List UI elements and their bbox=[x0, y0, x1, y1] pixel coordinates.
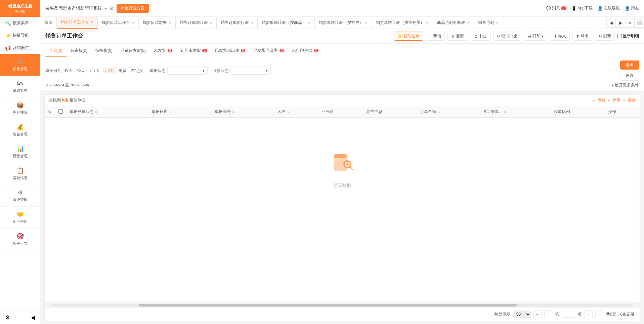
date-option-custom[interactable]: 自定义 bbox=[130, 67, 144, 74]
cancel-review-btn[interactable]: 弃审 bbox=[612, 97, 620, 103]
tab-cash-daily-close[interactable]: ✕ bbox=[132, 21, 134, 25]
sidebar-item-basic-info[interactable]: 📋 基础信息 bbox=[0, 163, 40, 185]
payment-select[interactable]: ▾ bbox=[230, 67, 271, 75]
import-btn[interactable]: ⬇ 导入 bbox=[550, 32, 570, 41]
tab-gross-margin[interactable]: 商品毛利分析表 ✕ bbox=[433, 17, 474, 29]
tab-sales-stats[interactable]: 销售订单统计表 ✕ bbox=[176, 17, 217, 29]
tab-sales-stats-close[interactable]: ✕ bbox=[210, 21, 212, 25]
date-option-yesterday[interactable]: 昨天 bbox=[63, 67, 74, 74]
sidebar-item-search[interactable]: 🔍 搜索菜单 bbox=[0, 17, 40, 29]
tab-cash-reconcile[interactable]: 钱货日清对账 ✕ bbox=[139, 17, 176, 29]
tab-cash-daily[interactable]: 钱货日清工作台 ✕ bbox=[98, 17, 139, 29]
system-dropdown[interactable]: ▾ bbox=[105, 6, 107, 11]
tab-close-all-btn[interactable]: ✕ bbox=[625, 18, 635, 28]
sidebar-item-purchase[interactable]: 🛍 采购管理 bbox=[0, 76, 40, 97]
filter-tab-wangpu-label: 旺铺待发货(0) bbox=[121, 48, 146, 53]
refresh-btn[interactable]: ↻ 刷新 bbox=[595, 32, 615, 41]
date-option-1month[interactable]: 近1月 bbox=[103, 67, 116, 74]
tab-sales-workbench[interactable]: 销售订单工作台 ✕ bbox=[57, 17, 98, 29]
tab-sales-exec-close[interactable]: ✕ bbox=[251, 21, 253, 25]
filter-tab-shipped-stored[interactable]: 已发货已出库 0 bbox=[249, 44, 288, 57]
sort-received-icon[interactable]: ⇅ bbox=[504, 110, 506, 114]
sort-number-icon[interactable]: ⇅ bbox=[232, 110, 234, 114]
sidebar-item-operations[interactable]: 📊 经营管理 bbox=[0, 141, 40, 163]
sidebar-item-quicknav[interactable]: ⚡ 快捷导航 bbox=[0, 29, 40, 42]
online-service-item[interactable]: 👤 在线客服 bbox=[598, 5, 620, 11]
export-btn[interactable]: ⬆ 导出 bbox=[572, 32, 592, 41]
add-btn[interactable]: + 新增 bbox=[426, 32, 445, 41]
tab-prev-btn[interactable]: ◀ bbox=[606, 18, 616, 28]
sidebar-item-system[interactable]: ⚙ 系统管理 bbox=[0, 185, 40, 207]
sidebar-item-finance[interactable]: 💰 资金管理 bbox=[0, 119, 40, 141]
ship-btn[interactable]: 发货 bbox=[628, 97, 636, 103]
page-first-btn[interactable]: « bbox=[533, 310, 542, 318]
user-item[interactable]: 👤 用友 bbox=[625, 5, 639, 11]
filter-tab-not-printed[interactable]: 未打印单据 0 bbox=[288, 44, 323, 57]
tab-gross-margin-close[interactable]: ✕ bbox=[467, 21, 470, 25]
page-next-btn[interactable]: › bbox=[585, 310, 593, 318]
gear-icon[interactable]: ⚙ bbox=[48, 110, 52, 114]
settings-btn[interactable]: 设置 bbox=[620, 71, 639, 81]
tab-sales-employee-close[interactable]: ✕ bbox=[426, 21, 429, 25]
status-select[interactable]: ▾ bbox=[167, 67, 208, 75]
settings-gear-icon[interactable]: ⚙ bbox=[110, 6, 114, 11]
delete-btn[interactable]: 🗑 删除 bbox=[447, 32, 468, 41]
message-item[interactable]: 💬 消息 6 bbox=[546, 5, 566, 11]
th-customer-label: 客户 bbox=[277, 109, 286, 114]
print-btn[interactable]: 🖨 打印 ▾ bbox=[524, 32, 547, 41]
review-btn[interactable]: 审核 bbox=[597, 97, 605, 103]
tab-sales-product-close[interactable]: ✕ bbox=[308, 21, 310, 25]
filter-tab-not-shipped[interactable]: 未发货 0 bbox=[150, 44, 176, 57]
query-btn[interactable]: 查询 bbox=[620, 60, 639, 70]
tab-sales-workbench-close[interactable]: ✕ bbox=[91, 21, 93, 24]
date-option-7days[interactable]: 近7天 bbox=[88, 67, 101, 74]
stop-btn[interactable]: ⊘ 中止 bbox=[471, 32, 490, 41]
tab-home[interactable]: 首页 bbox=[40, 17, 57, 29]
table-scroll[interactable]: ⚙ 单据整体状态 ⇅ 单据日期 ⇅ bbox=[45, 106, 640, 302]
tab-sales-gross-close[interactable]: ✕ bbox=[496, 21, 499, 25]
logo-text: 畅捷通好生意 bbox=[8, 3, 32, 9]
tab-sales-customer-close[interactable]: ✕ bbox=[365, 21, 368, 25]
import-icon: ⬇ bbox=[554, 34, 557, 39]
app-download-item[interactable]: 📱 App下载 bbox=[571, 5, 593, 11]
sort-customer-icon[interactable]: ⇅ bbox=[287, 110, 290, 114]
page-last-btn[interactable]: » bbox=[595, 310, 603, 318]
sidebar-item-cooperation[interactable]: 🤝 企业协同 bbox=[0, 207, 40, 229]
sidebar-item-guide[interactable]: 🎯 新手引导 bbox=[0, 229, 40, 250]
tab-sales-customer[interactable]: 销货单统计表（按客户） ✕ bbox=[315, 17, 372, 29]
smart-btn[interactable]: ⭐ 智能生单 bbox=[394, 32, 423, 41]
filter-tab-pending-check[interactable]: 待拣货(0) bbox=[91, 44, 117, 57]
filter-tab-shipped-not-stored[interactable]: 已发货未出库 0 bbox=[211, 44, 250, 57]
date-option-more[interactable]: 更多 bbox=[117, 67, 128, 74]
tab-maximize-btn[interactable]: ⬜ bbox=[635, 18, 644, 28]
settings-icon[interactable]: ⚙ bbox=[5, 314, 10, 321]
sidebar-item-inventory[interactable]: 📦 库存核算 bbox=[0, 97, 40, 119]
industry-btn[interactable]: 体验行业方案 bbox=[117, 4, 149, 13]
sort-date-icon[interactable]: ⇅ bbox=[169, 110, 172, 114]
search-row-1: 单据日期 昨天 今天 近7天 近1月 更多 自定义 单据状态 ▾ bbox=[45, 60, 639, 81]
tab-sales-employee[interactable]: 销货单统计表（按业务员） ✕ bbox=[372, 17, 433, 29]
date-option-today[interactable]: 今天 bbox=[76, 67, 86, 74]
sort-amount-icon[interactable]: ⇅ bbox=[437, 110, 440, 114]
collapse-icon[interactable]: ◀ bbox=[31, 314, 35, 321]
tab-sales-product[interactable]: 销货单统计表（按商品） ✕ bbox=[258, 17, 315, 29]
select-all-checkbox[interactable] bbox=[58, 109, 63, 114]
cancel-stop-btn[interactable]: ↺ 取消中止 bbox=[493, 32, 521, 41]
show-detail-checkbox[interactable] bbox=[617, 34, 622, 38]
page-input[interactable]: 1 bbox=[562, 311, 575, 318]
sort-status-icon[interactable]: ⇅ bbox=[95, 110, 97, 114]
page-size-select[interactable]: 50 100 200 bbox=[513, 311, 531, 318]
filter-tab-wangpu[interactable]: 旺铺待发货(0) bbox=[117, 44, 150, 57]
filter-tab-overdue[interactable]: 到期未发货 0 bbox=[176, 44, 211, 57]
tab-sales-exec[interactable]: 销售订单执行表 ✕ bbox=[217, 17, 258, 29]
filter-tab-pending-review[interactable]: 待审核(0) bbox=[67, 44, 92, 57]
sidebar-item-sales[interactable]: 🛒 销售管理 bbox=[0, 54, 40, 76]
tab-next-btn[interactable]: ▶ bbox=[616, 18, 625, 28]
sidebar-item-marketing[interactable]: 📢 营销推广 bbox=[0, 42, 40, 54]
bottom-scrollbar[interactable] bbox=[45, 302, 640, 307]
tab-sales-gross[interactable]: 销售毛利 ✕ bbox=[474, 17, 503, 29]
expand-btn[interactable]: ▾ 展开更多条件 bbox=[612, 82, 639, 88]
page-prev-btn[interactable]: ‹ bbox=[544, 310, 552, 318]
filter-tab-all[interactable]: 全部(0) bbox=[45, 44, 67, 57]
tab-cash-reconcile-close[interactable]: ✕ bbox=[169, 21, 171, 25]
